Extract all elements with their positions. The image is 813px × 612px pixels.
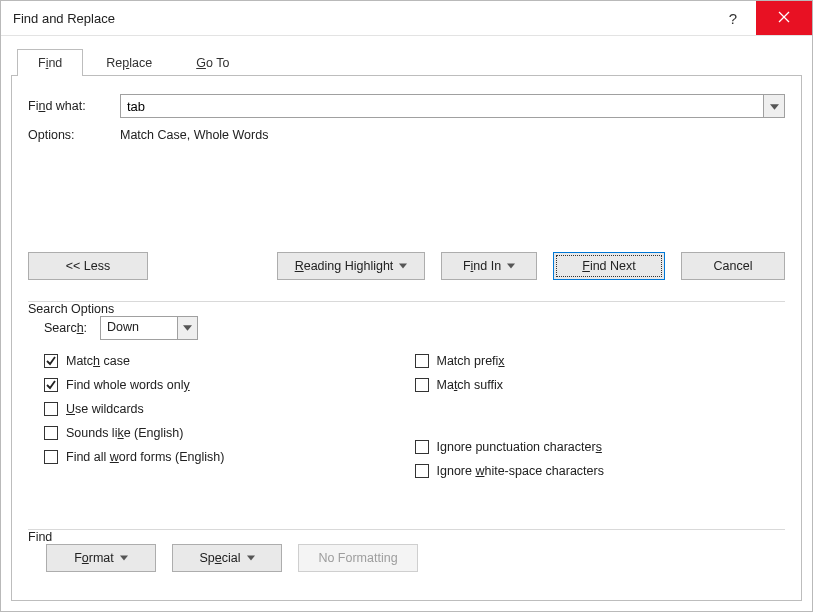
find-footer-group: Find Format Special No Formatting — [28, 522, 785, 578]
svg-marker-6 — [120, 556, 128, 561]
chevron-down-icon — [770, 99, 779, 113]
caret-down-icon — [507, 263, 515, 269]
svg-marker-2 — [770, 104, 779, 109]
checkbox-icon — [44, 354, 58, 368]
tab-goto[interactable]: Go To — [175, 49, 250, 76]
find-what-input[interactable] — [120, 94, 763, 118]
checkbox-icon — [44, 378, 58, 392]
find-next-button[interactable]: Find Next — [553, 252, 665, 280]
ignore-ws-checkbox[interactable]: Ignore white-space characters — [415, 464, 778, 478]
checkbox-icon — [415, 354, 429, 368]
tab-replace[interactable]: Replace — [85, 49, 173, 76]
tabs: Find Replace Go To — [11, 46, 802, 76]
special-button[interactable]: Special — [172, 544, 282, 572]
find-in-button[interactable]: Find In — [441, 252, 537, 280]
match-prefix-checkbox[interactable]: Match prefix — [415, 354, 778, 368]
options-value: Match Case, Whole Words — [120, 128, 268, 142]
find-what-dropdown[interactable] — [763, 94, 785, 118]
caret-down-icon — [247, 555, 255, 561]
use-wildcards-checkbox[interactable]: Use wildcards — [44, 402, 407, 416]
checkbox-icon — [415, 440, 429, 454]
chevron-down-icon — [177, 317, 197, 339]
cancel-button[interactable]: Cancel — [681, 252, 785, 280]
tab-panel-find: Find what: Options: Match Case, Whole Wo… — [11, 76, 802, 601]
close-icon — [778, 11, 790, 26]
svg-marker-4 — [507, 264, 515, 269]
checkbox-icon — [44, 426, 58, 440]
svg-marker-7 — [247, 556, 255, 561]
word-forms-checkbox[interactable]: Find all word forms (English) — [44, 450, 407, 464]
help-button[interactable]: ? — [710, 1, 756, 35]
tab-find[interactable]: Find — [17, 49, 83, 76]
ignore-punct-checkbox[interactable]: Ignore punctuation characters — [415, 440, 778, 454]
match-case-checkbox[interactable]: Match case — [44, 354, 407, 368]
find-and-replace-dialog: Find and Replace ? Find Replace Go To Fi… — [0, 0, 813, 612]
find-group-title: Find — [28, 530, 58, 544]
svg-marker-5 — [183, 325, 192, 330]
search-options-group: Search Options Search: Down — [28, 294, 785, 492]
match-suffix-checkbox[interactable]: Match suffix — [415, 378, 778, 392]
checkbox-icon — [44, 450, 58, 464]
options-label: Options: — [28, 128, 120, 142]
whole-words-checkbox[interactable]: Find whole words only — [44, 378, 407, 392]
sounds-like-checkbox[interactable]: Sounds like (English) — [44, 426, 407, 440]
no-formatting-button: No Formatting — [298, 544, 418, 572]
search-direction-select[interactable]: Down — [100, 316, 198, 340]
dialog-title: Find and Replace — [1, 11, 115, 26]
checkbox-icon — [415, 378, 429, 392]
checkbox-icon — [44, 402, 58, 416]
caret-down-icon — [399, 263, 407, 269]
find-what-label: Find what: — [28, 99, 120, 113]
caret-down-icon — [120, 555, 128, 561]
format-button[interactable]: Format — [46, 544, 156, 572]
search-direction-label: Search: — [44, 321, 100, 335]
svg-marker-3 — [399, 264, 407, 269]
reading-highlight-button[interactable]: Reading Highlight — [277, 252, 425, 280]
search-options-title: Search Options — [28, 302, 120, 316]
checkbox-icon — [415, 464, 429, 478]
less-button[interactable]: << Less — [28, 252, 148, 280]
close-button[interactable] — [756, 1, 812, 35]
titlebar: Find and Replace ? — [1, 1, 812, 36]
